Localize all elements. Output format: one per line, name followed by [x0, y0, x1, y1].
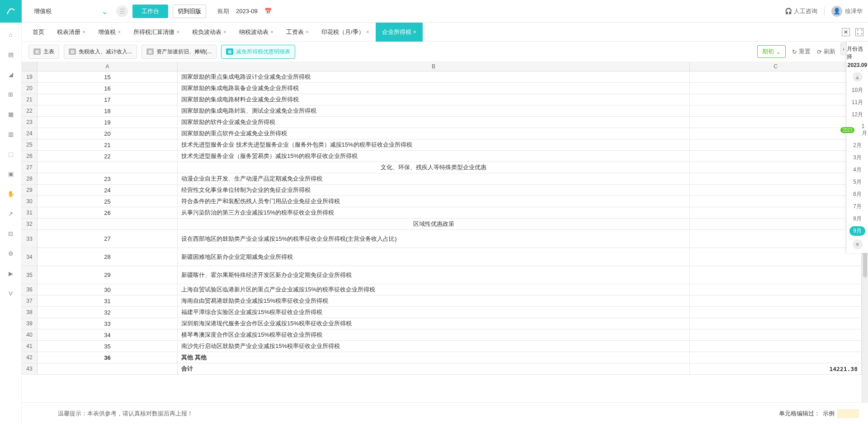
divider: [824, 7, 825, 16]
avatar-icon: 👤: [831, 6, 842, 17]
period-value: 2023-09: [236, 8, 258, 14]
tab-4[interactable]: 税负波动表×: [186, 23, 233, 23]
workspace-button[interactable]: 工作台: [132, 5, 168, 18]
user-menu[interactable]: 👤 徐泽华: [831, 6, 863, 17]
consult-button[interactable]: 🎧 人工咨询: [785, 7, 817, 15]
headset-icon: 🎧: [785, 8, 792, 14]
consult-label: 人工咨询: [794, 7, 817, 15]
tab-7[interactable]: 印花税（月/季）×: [315, 23, 376, 23]
doc-icon[interactable]: ☰: [116, 5, 128, 17]
tab-2[interactable]: 增值税×: [92, 23, 127, 23]
tab-8[interactable]: 企业所得税×: [376, 23, 423, 23]
switch-old-button[interactable]: 切到旧版: [173, 5, 206, 18]
tab-6[interactable]: 工资表×: [280, 23, 315, 23]
calendar-icon[interactable]: 📅: [264, 8, 272, 14]
tab-5[interactable]: 纳税波动表×: [233, 23, 280, 23]
app-logo[interactable]: [0, 0, 22, 23]
tab-0[interactable]: 首页: [26, 23, 51, 23]
tab-3[interactable]: 所得税汇算清缴×: [127, 23, 186, 23]
tab-1[interactable]: 税表清册×: [51, 23, 92, 23]
topbar: 增值税 ⌄ ☰ 工作台 切到旧版 账期 2023-09 📅 🎧 人工咨询 👤 徐…: [0, 0, 868, 23]
period-label: 账期: [217, 7, 229, 15]
tax-type-dropdown[interactable]: 增值税 ⌄: [30, 5, 112, 18]
tax-type-label: 增值税: [34, 7, 101, 15]
chevron-down-icon: ⌄: [101, 6, 108, 16]
user-name: 徐泽华: [845, 7, 863, 15]
